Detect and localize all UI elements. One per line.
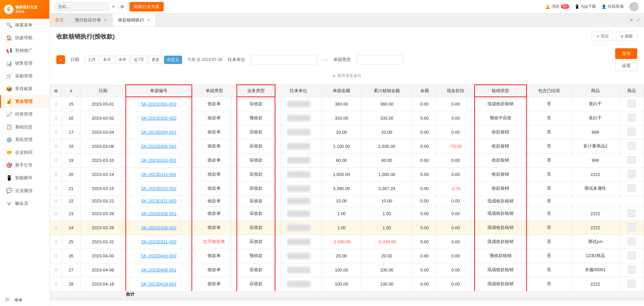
row-bill-no[interactable]: SK-20230321-003 <box>126 195 192 206</box>
row-write-off-type: 预收中应收 <box>475 111 526 125</box>
row-date: 2023-03-14 <box>80 167 126 181</box>
row-index: 27 <box>62 263 80 277</box>
bill-type-select[interactable] <box>356 55 403 64</box>
footer-total-label: 合计 <box>126 291 192 297</box>
sidebar-item-system[interactable]: ⚙️系统管理 <box>0 133 49 146</box>
more-date-button[interactable]: 更多 <box>149 56 163 64</box>
row-balance: 0.00 <box>412 125 437 139</box>
row-bill-no[interactable]: SK-20230403-002 <box>126 249 192 263</box>
row-balance: 0.00 <box>412 277 437 291</box>
sidebar-item-search[interactable]: 🔍搜索菜单 <box>0 19 49 32</box>
this-month-button[interactable]: 本月 <box>100 56 114 64</box>
online-service-button[interactable]: 👤 在线客服 <box>601 4 624 9</box>
partner-input[interactable] <box>251 55 318 64</box>
messages-button[interactable]: 🔔 消息 99+ <box>545 4 569 9</box>
tab-payment-write-off[interactable]: 收款核销执行✕ <box>113 13 156 26</box>
refresh-button[interactable]: ↺ 刷新 <box>616 32 637 41</box>
row-bill-no[interactable]: SK-20230310-001 <box>126 153 192 167</box>
row-bill-no[interactable]: SK-20230302-002 <box>126 111 192 125</box>
sidebar-item-hardware[interactable]: 📱智能硬件 <box>0 172 49 184</box>
tab-close-pre-payment[interactable]: ✕ <box>104 18 107 22</box>
row-goods: 测试jun <box>571 235 620 249</box>
sidebar-item-quick-nav[interactable]: 🏠快捷导航 <box>0 32 49 44</box>
setting-button[interactable]: 设置 <box>615 60 637 71</box>
query-button[interactable]: 查询 <box>615 48 637 59</box>
sidebar-icon-inventory: 📦 <box>6 86 12 92</box>
sidebar-item-finance[interactable]: 💰资金管理 <box>0 95 49 108</box>
dropdown-arrow-icon[interactable]: ▼ <box>111 4 115 9</box>
page-title: 收款核销执行(按收款) <box>56 33 115 41</box>
sidebar-item-guide[interactable]: 🎯新手引导 <box>0 159 49 172</box>
tab-close-payment-write-off[interactable]: ✕ <box>147 18 150 22</box>
row-bill-no[interactable]: SK-20230314-001 <box>126 167 192 181</box>
row-bill-no[interactable]: SK-20230328-002 <box>126 221 192 235</box>
settings-icon[interactable]: ⚙ <box>5 296 9 303</box>
date-range-text: 不限 至 2023-07-26 <box>187 57 222 63</box>
row-gear[interactable]: ⚙ <box>50 235 62 249</box>
tab-home[interactable]: 首页 <box>50 13 69 26</box>
row-bill-type: 收款单 <box>192 277 237 291</box>
sidebar-item-marketing[interactable]: 📢营销推广 <box>0 44 49 57</box>
phone-icon: 📱 <box>575 4 580 9</box>
topbar-gear-button[interactable]: ⚙ <box>118 2 127 11</box>
sidebar-item-operation[interactable]: 📈经营管理 <box>0 108 49 121</box>
row-bill-no[interactable]: SK-20230331-002 <box>126 235 192 249</box>
row-gear[interactable]: ⚙ <box>50 125 62 139</box>
maximize-tab-button[interactable]: ⤢ <box>636 17 640 23</box>
row-gear[interactable]: ⚙ <box>50 195 62 206</box>
expand-more-button[interactable]: ▼ 展开更多条件 <box>56 71 637 81</box>
row-gear[interactable]: ⚙ <box>50 221 62 235</box>
row-gear[interactable]: ⚙ <box>50 206 62 221</box>
row-balance: 0.00 <box>412 181 437 195</box>
close-tab-button[interactable]: ✕ <box>629 17 633 23</box>
row-gear[interactable]: ⚙ <box>50 277 62 291</box>
row-bill-no[interactable]: SK-20230408-001 <box>126 263 192 277</box>
col-gear[interactable]: ⚙ <box>50 85 62 97</box>
sidebar-item-vip[interactable]: V畅会员 <box>0 197 49 210</box>
row-index: 28 <box>62 277 80 291</box>
row-gear[interactable]: ⚙ <box>50 97 62 111</box>
row-gear[interactable]: ⚙ <box>50 249 62 263</box>
col-header-bill_no: 单据编号 <box>126 85 192 97</box>
collapse-icon[interactable]: ◀◀ <box>13 296 21 303</box>
row-bill-no[interactable]: SK-20230328-001 <box>126 206 192 221</box>
horizontal-scrollbar[interactable] <box>50 297 644 301</box>
row-gear[interactable]: ⚙ <box>50 167 62 181</box>
sidebar-label-quick-nav: 快捷导航 <box>15 35 33 41</box>
row-bill-type: 收款单 <box>192 181 237 195</box>
table-row: ⚙162023-03-02SK-20230302-002收款单预收款████33… <box>50 111 644 125</box>
row-bill-no[interactable]: SK-20230304-001 <box>126 125 192 139</box>
sidebar-item-sales[interactable]: 📊销售管理 <box>0 57 49 70</box>
sidebar-label-marketing: 营销推广 <box>15 48 33 54</box>
row-biz-type: 应收款 <box>237 181 275 195</box>
sidebar-item-inventory[interactable]: 📦库存核算 <box>0 82 49 95</box>
table-row: ⚙242023-03-28SK-20230328-002收款单应收款████1.… <box>50 221 644 235</box>
last-7-days-button[interactable]: 近7天 <box>131 56 147 64</box>
filter-collapse-button[interactable]: » <box>56 55 65 64</box>
custom-date-button[interactable]: 自定义 <box>164 56 182 64</box>
sidebar-item-corp[interactable]: 🤝企业协同 <box>0 146 49 159</box>
sidebar-item-purchase[interactable]: 🛒采购管理 <box>0 70 49 82</box>
row-bill-no[interactable]: SK-20230308-001 <box>126 139 192 153</box>
row-bill-no[interactable]: SK-20230315-002 <box>126 181 192 195</box>
user-avatar[interactable] <box>629 2 639 11</box>
last-month-button[interactable]: 上月 <box>85 56 99 64</box>
row-goods: 2222 <box>571 277 620 291</box>
tab-pre-payment[interactable]: 预付款应付单✕ <box>69 13 113 26</box>
row-gear[interactable]: ⚙ <box>50 153 62 167</box>
row-gear[interactable]: ⚙ <box>50 263 62 277</box>
row-bill-no[interactable]: SK-20230301-002 <box>126 97 192 111</box>
export-button[interactable]: ↗ 导出 <box>592 32 613 41</box>
search-input[interactable] <box>55 2 109 11</box>
app-download-button[interactable]: 📱 App下载 <box>575 4 596 9</box>
this-year-button[interactable]: 本年 <box>115 56 129 64</box>
row-gear[interactable]: ⚙ <box>50 181 62 195</box>
sidebar-item-wechat[interactable]: 💬企业微信 <box>0 184 49 197</box>
industry-solution-button[interactable]: 体验行业方案 <box>129 2 164 11</box>
sidebar-item-basic[interactable]: 📋基础信息 <box>0 121 49 133</box>
row-gear[interactable]: ⚙ <box>50 139 62 153</box>
row-gear[interactable]: ⚙ <box>50 111 62 125</box>
row-bill-no[interactable]: SK-20230418-001 <box>126 277 192 291</box>
row-biz-type: 预收款 <box>237 249 275 263</box>
row-goods: 多计量商品2 <box>571 139 620 153</box>
